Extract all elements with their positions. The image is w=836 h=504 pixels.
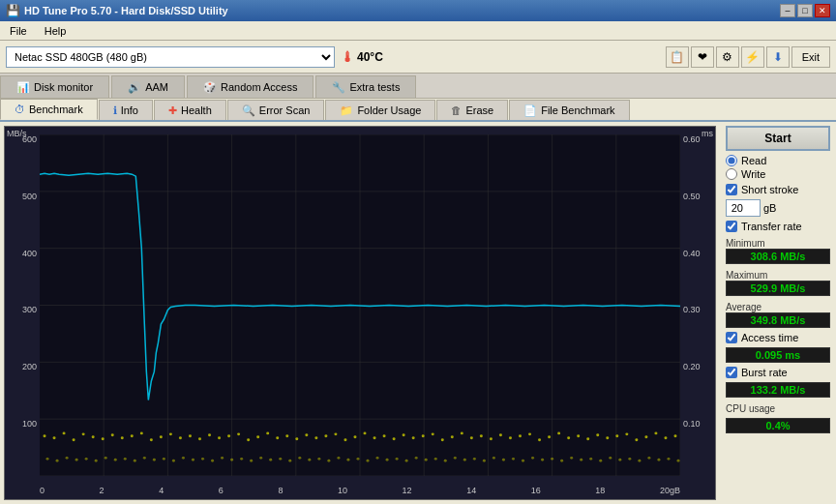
transfer-rate-checkbox[interactable] <box>726 221 737 232</box>
svg-point-128 <box>483 460 486 462</box>
x-label-4: 4 <box>159 486 164 495</box>
access-time-row: Access time <box>726 332 830 343</box>
extra-tests-icon: 🔧 <box>332 81 345 94</box>
menu-help[interactable]: Help <box>41 24 71 38</box>
access-time-checkbox[interactable] <box>726 332 737 343</box>
svg-point-56 <box>422 434 425 437</box>
svg-point-72 <box>577 434 580 437</box>
svg-point-68 <box>538 438 541 441</box>
svg-point-94 <box>153 459 156 461</box>
x-label-18: 18 <box>595 486 605 495</box>
svg-point-62 <box>480 434 483 437</box>
menu-file[interactable]: File <box>6 24 31 38</box>
svg-point-137 <box>570 457 573 460</box>
svg-point-30 <box>169 432 172 435</box>
svg-point-131 <box>512 458 515 460</box>
svg-point-22 <box>92 435 95 438</box>
svg-point-103 <box>240 458 243 460</box>
svg-point-20 <box>73 438 75 441</box>
sub-tab-label-error-scan: Error Scan <box>259 104 311 116</box>
disk-monitor-icon: 📊 <box>16 81 30 94</box>
read-radio[interactable] <box>726 155 737 166</box>
top-tab-extra-tests[interactable]: 🔧 Extra tests <box>315 75 416 98</box>
svg-point-41 <box>276 436 279 439</box>
svg-point-42 <box>285 434 288 437</box>
sub-tab-erase[interactable]: 🗑 Erase <box>436 100 508 120</box>
top-tab-aam[interactable]: 🔊 AAM <box>111 75 185 98</box>
title-bar-controls: – □ ✕ <box>780 4 830 17</box>
svg-point-18 <box>53 436 56 439</box>
svg-point-91 <box>124 458 127 460</box>
svg-point-75 <box>606 436 609 439</box>
write-radio[interactable] <box>726 168 737 180</box>
sub-tab-file-benchmark[interactable]: 📄 File Benchmark <box>509 100 629 120</box>
average-section: Average 349.8 MB/s <box>726 300 830 328</box>
drive-select[interactable]: Netac SSD 480GB (480 gB) <box>6 46 335 68</box>
maximum-label: Maximum <box>726 270 830 281</box>
sub-tab-label-info: Info <box>121 104 138 116</box>
info-icon: ℹ <box>113 104 117 117</box>
sub-tab-label-folder: Folder Usage <box>357 104 421 116</box>
svg-point-101 <box>221 457 224 460</box>
icon-btn-2[interactable]: ❤ <box>691 46 714 68</box>
svg-point-147 <box>667 458 670 460</box>
top-tab-random-access[interactable]: 🎲 Random Access <box>187 75 314 98</box>
access-time-label: Access time <box>741 332 798 343</box>
icon-btn-1[interactable]: 📋 <box>666 46 689 68</box>
short-stroke-input[interactable] <box>726 199 761 217</box>
x-axis: 0 2 4 6 8 10 12 14 16 18 20gB <box>40 486 680 495</box>
svg-point-99 <box>201 458 204 460</box>
x-label-6: 6 <box>219 486 224 495</box>
title-bar-left: 💾 HD Tune Pro 5.70 - Hard Disk/SSD Utili… <box>6 4 228 17</box>
svg-point-52 <box>383 434 386 437</box>
svg-point-43 <box>295 437 298 440</box>
y-right-label-010: 0.10 <box>683 419 701 429</box>
svg-point-126 <box>463 459 466 461</box>
icon-btn-4[interactable]: ⚡ <box>741 46 764 68</box>
svg-point-57 <box>432 432 434 435</box>
health-icon: ✚ <box>168 104 177 117</box>
burst-rate-checkbox[interactable] <box>726 367 737 378</box>
y-label-100: 100 <box>22 419 37 429</box>
svg-point-70 <box>557 431 560 434</box>
minimize-button[interactable]: – <box>780 4 795 17</box>
sub-tab-folder-usage[interactable]: 📁 Folder Usage <box>325 100 435 120</box>
icon-btn-3[interactable]: ⚙ <box>716 46 739 68</box>
sub-tab-error-scan[interactable]: 🔍 Error Scan <box>227 100 325 120</box>
svg-point-74 <box>596 433 599 436</box>
write-label: Write <box>741 168 765 180</box>
sub-tab-benchmark[interactable]: ⏱ Benchmark <box>0 99 98 120</box>
maximize-button[interactable]: □ <box>797 4 813 17</box>
y-label-600: 600 <box>22 134 37 144</box>
svg-point-55 <box>412 436 415 439</box>
aam-icon: 🔊 <box>128 81 141 94</box>
svg-point-76 <box>615 434 618 437</box>
sub-tab-label-benchmark: Benchmark <box>29 104 83 115</box>
thermometer-icon: 🌡 <box>341 49 354 65</box>
svg-point-124 <box>444 460 447 462</box>
svg-point-61 <box>470 436 473 439</box>
top-tab-disk-monitor[interactable]: 📊 Disk monitor <box>0 75 109 98</box>
sub-tab-info[interactable]: ℹ Info <box>99 100 153 120</box>
short-stroke-checkbox[interactable] <box>726 184 737 195</box>
sub-tab-bar: ⏱ Benchmark ℹ Info ✚ Health 🔍 Error Scan… <box>0 99 836 122</box>
close-button[interactable]: ✕ <box>815 4 830 17</box>
svg-point-26 <box>131 434 134 437</box>
temperature-badge: 🌡 40°C <box>341 49 383 65</box>
exit-button[interactable]: Exit <box>791 46 830 68</box>
svg-point-145 <box>647 457 650 460</box>
burst-rate-row: Burst rate <box>726 367 830 378</box>
sub-tab-health[interactable]: ✚ Health <box>154 100 226 120</box>
cpu-usage-label: CPU usage <box>726 403 830 414</box>
x-label-8: 8 <box>278 486 283 495</box>
svg-point-34 <box>208 433 211 436</box>
svg-point-89 <box>104 457 107 460</box>
svg-point-84 <box>56 460 59 462</box>
maximum-section: Maximum 529.9 MB/s <box>726 268 830 296</box>
start-button[interactable]: Start <box>726 126 830 151</box>
chart-inner <box>40 134 680 476</box>
svg-point-148 <box>676 460 679 462</box>
icon-btn-5[interactable]: ⬇ <box>766 46 790 68</box>
stroke-input-row: gB <box>726 199 830 217</box>
svg-point-139 <box>589 458 592 460</box>
